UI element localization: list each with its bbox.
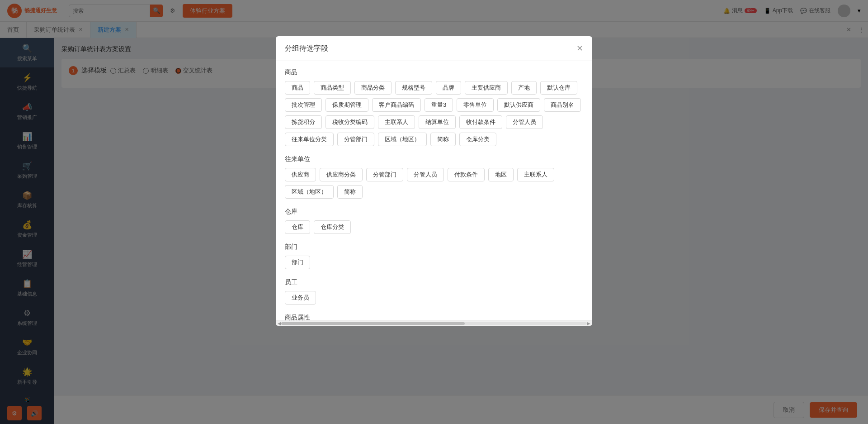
- scroll-left-area: ◀: [278, 321, 281, 326]
- section-warehouse: 仓库 仓库 仓库分类: [285, 208, 583, 234]
- tag-brand[interactable]: 品牌: [436, 81, 461, 95]
- tag-product-type[interactable]: 商品类型: [314, 81, 351, 95]
- tag-warehouse[interactable]: 仓库: [285, 220, 310, 234]
- tag-settlement-unit[interactable]: 结算单位: [419, 115, 456, 129]
- tag-region2[interactable]: 区域（地区）: [285, 185, 334, 199]
- tag-customer-code[interactable]: 客户商品编码: [372, 98, 421, 112]
- section-dept-title: 部门: [285, 243, 583, 251]
- tag-warehouse-category[interactable]: 仓库分类: [459, 133, 496, 146]
- tag-supervisor[interactable]: 分管人员: [506, 115, 543, 129]
- tag-product-alias[interactable]: 商品别名: [544, 98, 581, 112]
- tag-default-supplier[interactable]: 默认供应商: [497, 98, 540, 112]
- scrollbar-thumb: [281, 322, 465, 325]
- tag-retail-unit[interactable]: 零售单位: [457, 98, 494, 112]
- section-party: 往来单位 供应商 供应商分类 分管部门 分管人员 付款条件 地区 主联系人 区域…: [285, 155, 583, 199]
- tag-dept-supervised[interactable]: 分管部门: [337, 133, 374, 146]
- tag-salesperson[interactable]: 业务员: [285, 291, 316, 305]
- scroll-left-icon[interactable]: ◀: [278, 321, 281, 326]
- modal: 分组待选字段 ✕ 商品 商品 商品类型 商品分类 规格型号 品牌 主要供应商 产…: [276, 36, 592, 326]
- tag-pick-score[interactable]: 拣货积分: [285, 115, 322, 129]
- tag-weight[interactable]: 重量3: [425, 98, 453, 112]
- scrollbar-track[interactable]: [281, 322, 587, 325]
- tag-payment-terms[interactable]: 收付款条件: [459, 115, 502, 129]
- dept-tags: 部门: [285, 256, 583, 269]
- party-tags: 供应商 供应商分类 分管部门 分管人员 付款条件 地区 主联系人 区域（地区） …: [285, 168, 583, 199]
- tag-region[interactable]: 区域（地区）: [378, 133, 427, 146]
- tag-main-contact2[interactable]: 主联系人: [517, 168, 554, 181]
- tag-spec-model[interactable]: 规格型号: [395, 81, 432, 95]
- modal-overlay: 分组待选字段 ✕ 商品 商品 商品类型 商品分类 规格型号 品牌 主要供应商 产…: [0, 0, 868, 424]
- tag-abbr[interactable]: 简称: [430, 133, 456, 146]
- modal-title: 分组待选字段: [285, 44, 328, 53]
- scroll-right-icon[interactable]: ▶: [587, 321, 590, 326]
- tag-main-contact[interactable]: 主联系人: [378, 115, 415, 129]
- section-warehouse-title: 仓库: [285, 208, 583, 216]
- modal-close-button[interactable]: ✕: [576, 43, 583, 53]
- tag-supplier[interactable]: 供应商: [285, 168, 316, 181]
- tag-dept[interactable]: 分管部门: [366, 168, 403, 181]
- tag-product-category[interactable]: 商品分类: [354, 81, 392, 95]
- section-dept: 部门 部门: [285, 243, 583, 269]
- modal-body: 商品 商品 商品类型 商品分类 规格型号 品牌 主要供应商 产地 默认仓库 批次…: [276, 61, 592, 320]
- section-party-title: 往来单位: [285, 155, 583, 163]
- section-product: 商品 商品 商品类型 商品分类 规格型号 品牌 主要供应商 产地 默认仓库 批次…: [285, 68, 583, 146]
- tag-supplier-category[interactable]: 供应商分类: [320, 168, 363, 181]
- section-product-title: 商品: [285, 68, 583, 76]
- tag-department[interactable]: 部门: [285, 256, 310, 269]
- warehouse-tags: 仓库 仓库分类: [285, 220, 583, 234]
- employee-tags: 业务员: [285, 291, 583, 305]
- scroll-right-area: ▶: [587, 321, 590, 326]
- tag-payment-cond[interactable]: 付款条件: [448, 168, 485, 181]
- tag-area[interactable]: 地区: [488, 168, 514, 181]
- modal-horizontal-scrollbar[interactable]: ◀ ▶: [276, 320, 592, 326]
- tag-default-warehouse[interactable]: 默认仓库: [540, 81, 577, 95]
- section-employee-title: 员工: [285, 278, 583, 286]
- tag-main-supplier[interactable]: 主要供应商: [465, 81, 508, 95]
- section-employee: 员工 业务员: [285, 278, 583, 305]
- section-product-attr: 商品属性 属性 颜色 多规格 尺码 鞋码 1: [285, 314, 583, 320]
- tag-abbr2[interactable]: 简称: [337, 185, 363, 199]
- section-product-attr-title: 商品属性: [285, 314, 583, 320]
- tag-warehouse-cat[interactable]: 仓库分类: [314, 220, 351, 234]
- tag-origin[interactable]: 产地: [511, 81, 537, 95]
- tag-shelf-life[interactable]: 保质期管理: [326, 98, 368, 112]
- tag-dept-person[interactable]: 分管人员: [407, 168, 444, 181]
- tag-party-category[interactable]: 往来单位分类: [285, 133, 334, 146]
- tag-tax-code[interactable]: 税收分类编码: [326, 115, 374, 129]
- tag-batch-mgmt[interactable]: 批次管理: [285, 98, 322, 112]
- modal-header: 分组待选字段 ✕: [276, 36, 592, 61]
- tag-product[interactable]: 商品: [285, 81, 310, 95]
- product-tags: 商品 商品类型 商品分类 规格型号 品牌 主要供应商 产地 默认仓库 批次管理 …: [285, 81, 583, 146]
